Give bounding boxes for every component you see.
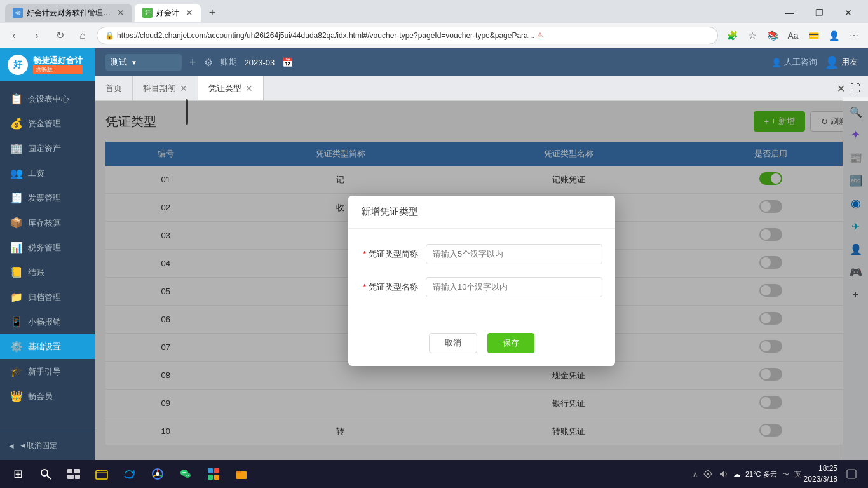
systray: ∧ ☁ 21°C 多云 〜 英	[693, 469, 801, 479]
temperature: 21°C 多云	[745, 470, 777, 479]
taskbar-chrome[interactable]	[145, 463, 170, 485]
tab-voucher-type-close[interactable]: ✕	[245, 83, 253, 93]
sidebar-item-expense[interactable]: 📱 小畅报销	[0, 309, 95, 334]
sidebar-item-invoice[interactable]: 🧾 发票管理	[0, 186, 95, 210]
network-icon	[703, 469, 713, 479]
funds-icon: 💰	[10, 118, 23, 130]
start-button[interactable]: ⊞	[5, 463, 31, 485]
maximize-button[interactable]: ❐	[804, 1, 834, 24]
new-tab-button[interactable]: +	[203, 4, 221, 22]
required-star-name: *	[363, 282, 369, 292]
tab-subject-init[interactable]: 科目期初 ✕	[133, 76, 198, 100]
back-button[interactable]: ‹	[5, 27, 23, 44]
taskbar: ⊞ ∧ ☁ 21°C 多云 〜	[0, 460, 868, 488]
sidebar-item-funds[interactable]: 💰 资金管理	[0, 111, 95, 136]
member-icon: 👑	[10, 390, 23, 402]
company-selector[interactable]: 测试 ▼	[105, 54, 182, 71]
clock-time: 18:25	[804, 463, 837, 474]
add-company-button[interactable]: +	[189, 56, 196, 69]
clock-date: 2023/3/18	[804, 474, 837, 485]
svg-point-13	[184, 473, 191, 478]
save-button[interactable]: 保存	[487, 333, 534, 353]
taskbar-search[interactable]	[33, 463, 58, 485]
invoice-icon: 🧾	[10, 192, 23, 204]
sidebar-item-member[interactable]: 👑 畅会员	[0, 384, 95, 409]
sidebar-item-closing[interactable]: 📒 结账	[0, 260, 95, 285]
page-content: 凭证类型 + + 新增 ↻ 刷新	[95, 101, 868, 460]
tab-title-1: 好会计云财务软件管理系统_会计	[27, 8, 111, 18]
close-button[interactable]: ✕	[834, 1, 863, 24]
tax-icon: 📊	[10, 241, 23, 254]
tab-home[interactable]: 首页	[95, 76, 133, 100]
sidebar-item-assets[interactable]: 🏢 固定资产	[0, 136, 95, 161]
browser-tab-1[interactable]: 会 好会计云财务软件管理系统_会计 ✕	[5, 4, 132, 22]
user-icon: 👤	[825, 55, 839, 69]
hidden-icons[interactable]: ∧	[693, 470, 698, 478]
svg-line-11	[153, 475, 156, 477]
sidebar-item-funds-label: 资金管理	[28, 118, 61, 130]
svg-point-17	[188, 475, 189, 476]
consult-button[interactable]: 👤 人工咨询	[771, 57, 817, 68]
settings-more-btn[interactable]: ⋯	[845, 27, 863, 44]
collection-btn[interactable]: 📚	[764, 27, 782, 44]
taskbar-explorer[interactable]	[89, 463, 114, 485]
calendar-icon[interactable]: 📅	[282, 57, 293, 67]
reload-button[interactable]: ↻	[51, 27, 69, 44]
sidebar-item-inventory[interactable]: 📦 库存核算	[0, 210, 95, 235]
minimize-button[interactable]: —	[775, 1, 804, 24]
svg-rect-24	[847, 470, 856, 478]
top-bar: 测试 ▼ + ⚙ 账期 2023-03 📅 👤 人工咨询 👤 用友	[95, 48, 868, 76]
sidebar-item-tax[interactable]: 📊 税务管理	[0, 235, 95, 260]
sidebar-item-archive[interactable]: 📁 归档管理	[0, 285, 95, 309]
tab-close-1[interactable]: ✕	[117, 8, 125, 18]
sidebar-item-reports[interactable]: 📋 会设表中心	[0, 86, 95, 111]
name-input[interactable]	[426, 277, 602, 297]
wallet-btn[interactable]: 💳	[804, 27, 822, 44]
settings-button[interactable]: ⚙	[204, 57, 213, 69]
tab-voucher-type[interactable]: 凭证类型 ✕	[198, 76, 264, 100]
favorites-btn[interactable]: ☆	[743, 27, 761, 44]
taskbar-task-view[interactable]	[61, 463, 86, 485]
sound-icon	[718, 469, 728, 479]
browser-tab-2[interactable]: 好 好会计 ✕	[135, 4, 201, 22]
taskbar-files[interactable]	[229, 463, 254, 485]
sidebar-item-salary[interactable]: 👥 工资	[0, 161, 95, 186]
taskbar-wechat[interactable]	[173, 463, 198, 485]
system-clock: 18:25 2023/3/18	[804, 463, 837, 485]
tab-subject-init-close[interactable]: ✕	[180, 83, 187, 93]
svg-rect-21	[214, 475, 219, 480]
logo-text: 畅捷通好合计	[33, 55, 83, 65]
abbr-input[interactable]	[426, 244, 602, 264]
svg-point-0	[41, 470, 48, 476]
unpin-sidebar-button[interactable]: ◄ ◄取消固定	[8, 437, 88, 455]
form-row-name: * 凭证类型名称	[361, 277, 602, 297]
user-label: 用友	[841, 57, 858, 68]
svg-rect-18	[208, 468, 213, 473]
svg-point-8	[156, 472, 159, 476]
profile-btn[interactable]: 👤	[825, 27, 843, 44]
name-label-text: 凭证类型名称	[369, 282, 418, 292]
taskbar-edge[interactable]	[117, 463, 142, 485]
name-label: * 凭证类型名称	[361, 281, 418, 293]
cancel-button[interactable]: 取消	[429, 333, 477, 353]
sidebar-item-settings[interactable]: ⚙️ 基础设置	[0, 334, 95, 359]
weather-icon: ☁	[733, 470, 740, 478]
page-tab-nav: 首页 科目期初 ✕ 凭证类型 ✕ ✕ ⛶	[95, 76, 868, 101]
tab-close-2[interactable]: ✕	[186, 8, 193, 18]
taskbar-appstore[interactable]	[201, 463, 226, 485]
svg-point-16	[186, 475, 187, 476]
user-button[interactable]: 👤 用友	[825, 55, 858, 69]
address-bar[interactable]: 🔒 https://cloud2.chanjet.com/accounting/…	[97, 27, 718, 44]
logo-badge: 流畅版	[33, 65, 83, 74]
sidebar-menu: 📋 会设表中心 💰 资金管理 🏢 固定资产 👥 工资 🧾 发票管理	[0, 81, 95, 431]
sidebar-item-guide[interactable]: 🎓 新手引导	[0, 359, 95, 384]
close-all-icon[interactable]: ✕	[837, 83, 845, 95]
immersive-reader-btn[interactable]: Aa	[784, 27, 802, 44]
expand-icon[interactable]: ⛶	[850, 83, 860, 94]
forward-button[interactable]: ›	[28, 27, 46, 44]
sound-wave-icon: 〜	[782, 470, 789, 479]
home-button[interactable]: ⌂	[74, 27, 92, 44]
reports-icon: 📋	[10, 93, 23, 105]
notification-center[interactable]	[840, 463, 863, 485]
extensions-btn[interactable]: 🧩	[723, 27, 741, 44]
